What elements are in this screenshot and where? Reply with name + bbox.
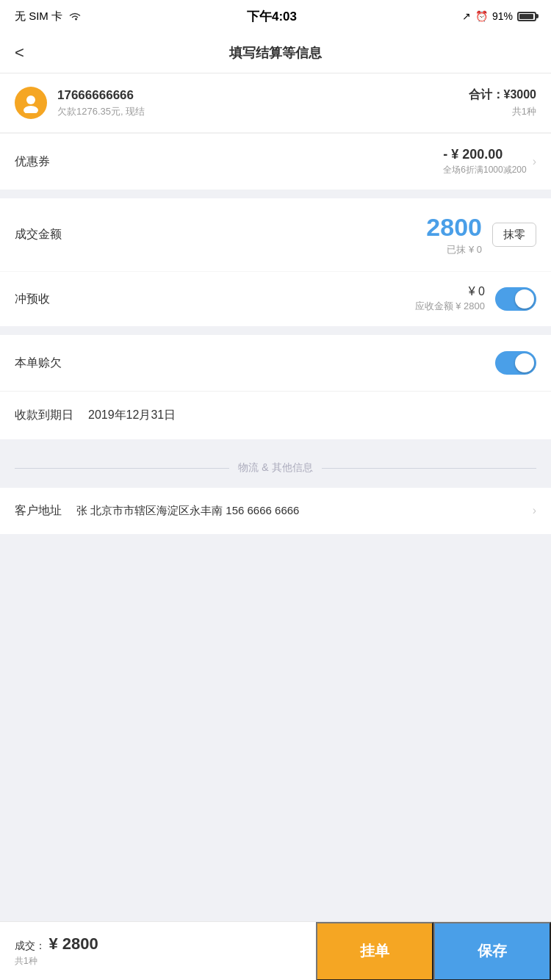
divider-line-left [15, 468, 229, 469]
alarm-icon: ⏰ [475, 10, 488, 22]
coupon-label: 优惠券 [15, 154, 50, 170]
date-label: 收款到期日 [15, 408, 73, 423]
deal-amount-right: 2800 已抹 ¥ 0 抹零 [426, 213, 536, 256]
deal-amount-info: 2800 已抹 ¥ 0 [426, 213, 482, 256]
bottom-label-row: 成交： ¥ 2800 [15, 934, 301, 954]
section-divider-1 [0, 190, 551, 198]
customer-info: 17666666666 欠款1276.35元, 现结 [57, 88, 145, 118]
hang-button[interactable]: 挂单 [316, 922, 433, 981]
battery-percent: 91% [492, 10, 513, 22]
bottom-summary: 成交： ¥ 2800 共1种 [0, 934, 316, 968]
coupon-discount: - ¥ 200.00 [443, 147, 526, 162]
section-divider-2 [0, 326, 551, 335]
amount-section: 成交金额 2800 已抹 ¥ 0 抹零 冲预收 ¥ 0 应收金额 ¥ 2800 [0, 198, 551, 326]
prepay-sub: 应收金额 ¥ 2800 [415, 300, 485, 313]
customer-card: 17666666666 欠款1276.35元, 现结 合计：¥3000 共1种 [0, 73, 551, 133]
total-count: 共1种 [469, 105, 537, 118]
prepay-amount: ¥ 0 [415, 285, 485, 298]
avatar [15, 87, 47, 119]
toggle-knob [515, 289, 534, 309]
total-amount: 合计：¥3000 [469, 87, 537, 103]
prepay-right: ¥ 0 应收金额 ¥ 2800 [415, 285, 536, 313]
back-button[interactable]: < [15, 38, 44, 68]
bottom-bar: 成交： ¥ 2800 共1种 挂单 保存 [0, 921, 551, 980]
divider-line-right [322, 468, 536, 469]
debt-row: 本单赊欠 [0, 335, 551, 391]
debt-toggle-knob [515, 353, 534, 372]
battery-icon [517, 12, 536, 21]
prepay-row: 冲预收 ¥ 0 应收金额 ¥ 2800 [0, 272, 551, 326]
coupon-info: - ¥ 200.00 全场6折满1000减200 [443, 147, 526, 176]
bottom-total-label: 成交： [15, 940, 46, 951]
coupon-row[interactable]: 优惠券 - ¥ 200.00 全场6折满1000减200 › [0, 133, 551, 190]
address-label: 客户地址 [15, 503, 62, 519]
round-button[interactable]: 抹零 [492, 223, 536, 247]
deal-amount-row: 成交金额 2800 已抹 ¥ 0 抹零 [0, 198, 551, 272]
customer-total: 合计：¥3000 共1种 [469, 87, 537, 118]
deal-amount-value: 2800 [426, 213, 482, 242]
customer-left: 17666666666 欠款1276.35元, 现结 [15, 87, 145, 119]
debt-toggle[interactable] [495, 351, 536, 375]
coupon-right: - ¥ 200.00 全场6折满1000减200 › [443, 147, 536, 176]
customer-phone: 17666666666 [57, 88, 145, 103]
section-divider-3 [0, 439, 551, 448]
nav-bar: < 填写结算等信息 [0, 32, 551, 73]
page-title: 填写结算等信息 [229, 44, 322, 62]
svg-point-0 [26, 96, 35, 104]
prepay-label: 冲预收 [15, 292, 50, 307]
carrier-text: 无 SIM 卡 [15, 10, 62, 24]
address-value: 张 北京市市辖区海淀区永丰南 156 6666 6666 [76, 502, 533, 519]
status-left: 无 SIM 卡 [15, 10, 82, 24]
prepay-toggle[interactable] [495, 287, 536, 311]
gray-spacer [0, 534, 551, 718]
date-row: 收款到期日 2019年12月31日 [0, 391, 551, 439]
address-row[interactable]: 客户地址 张 北京市市辖区海淀区永丰南 156 6666 6666 › [0, 488, 551, 534]
prepay-amount-block: ¥ 0 应收金额 ¥ 2800 [415, 285, 485, 313]
logistics-divider: 物流 & 其他信息 [0, 448, 551, 488]
bottom-total-amount: ¥ 2800 [48, 934, 98, 953]
coupon-chevron-icon: › [533, 155, 536, 168]
debt-label: 本单赊欠 [15, 356, 62, 371]
wifi-icon [68, 11, 82, 21]
logistics-text: 物流 & 其他信息 [238, 461, 312, 475]
svg-point-1 [24, 106, 38, 113]
coupon-description: 全场6折满1000减200 [443, 164, 526, 176]
date-value: 2019年12月31日 [88, 408, 176, 423]
status-time: 下午4:03 [247, 8, 297, 25]
status-right: ↗ ⏰ 91% [462, 10, 536, 22]
save-button[interactable]: 保存 [433, 922, 551, 981]
bottom-count: 共1种 [15, 955, 301, 968]
status-bar: 无 SIM 卡 下午4:03 ↗ ⏰ 91% [0, 0, 551, 32]
deal-amount-sub: 已抹 ¥ 0 [426, 243, 482, 256]
deal-amount-label: 成交金额 [15, 227, 62, 242]
address-chevron-icon: › [533, 504, 536, 517]
customer-debt: 欠款1276.35元, 现结 [57, 105, 145, 118]
location-icon: ↗ [462, 10, 471, 22]
